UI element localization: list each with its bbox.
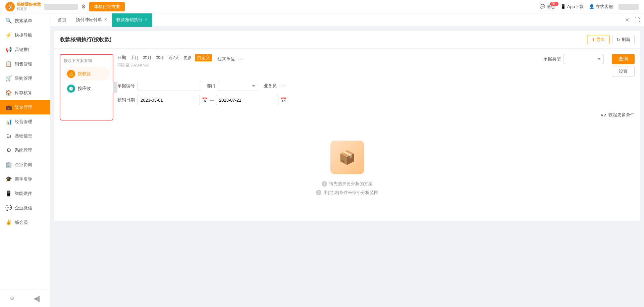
filter-sidebar-title: 按以下方案查询 (64, 58, 109, 64)
sidebar-item-inventory[interactable]: 🏠 库存核算 (0, 86, 50, 100)
sidebar-item-guide[interactable]: 🎓 新手引导 (0, 172, 50, 186)
business-icon: 📊 (5, 118, 12, 125)
service-label: 在线客服 (596, 4, 613, 10)
settings-gear-icon[interactable]: ⚙ (81, 3, 86, 10)
sidebar-item-basic-info[interactable]: 🗂 基础信息 (0, 129, 50, 143)
user-avatar[interactable] (619, 4, 639, 10)
export-icon: ⬆ (591, 37, 595, 42)
top-bar-left: 🐰 畅捷通好生意 标准版 ⚙ 体验行业方案 (5, 2, 125, 11)
tab-collection-close[interactable]: ✕ (145, 17, 148, 22)
filter-option-receipt[interactable]: 💰 按收款 (64, 67, 109, 81)
date-last-month[interactable]: 上月 (129, 54, 140, 61)
receivable-icon: 🕐 (67, 85, 75, 93)
calendar-start-icon[interactable]: 📅 (202, 97, 208, 103)
collapse-conditions-label: 收起更多条件 (608, 112, 635, 118)
settings-bottom-btn[interactable]: ⚙ (7, 293, 17, 304)
sidebar: 🔍 搜索菜单 ⚡ 快捷导航 📢 营销推广 📋 销售管理 🛒 采购管理 🏠 库存核… (0, 13, 50, 307)
sidebar-item-hardware[interactable]: 📱 智能硬件 (0, 186, 50, 201)
tab-expand-btn[interactable]: ⛶ (633, 16, 641, 24)
page-area: 收款核销执行(按收款) ⬆ 导出 ↻ 刷新 按以 (50, 27, 644, 307)
filter-layout: 按以下方案查询 💰 按收款 🕐 按应收 ‹ (60, 54, 635, 120)
sidebar-label-hardware: 智能硬件 (15, 191, 32, 197)
filter-form: 日期 上月 本月 本年 近7天 更多 自定义 (117, 54, 635, 120)
filter-sidebar: 按以下方案查询 💰 按收款 🕐 按应收 ‹ (60, 54, 113, 120)
refresh-icon: ↻ (616, 37, 620, 42)
date-7days[interactable]: 近7天 (167, 54, 181, 61)
collapse-conditions-btn[interactable]: ∧∧ 收起更多条件 (600, 109, 635, 120)
tab-prepay-close[interactable]: ✕ (104, 17, 107, 22)
dept-field: 部门 (207, 81, 258, 91)
sidebar-item-wechat[interactable]: 💬 企业微信 (0, 201, 50, 215)
verify-date-start-input[interactable] (138, 95, 200, 105)
sidebar-item-marketing[interactable]: 📢 营销推广 (0, 42, 50, 57)
hardware-icon: 📱 (5, 190, 12, 197)
sidebar-label-business: 经营管理 (15, 119, 32, 125)
filter-option-receivable[interactable]: 🕐 按应收 (64, 82, 109, 95)
sidebar-label-guide: 新手引导 (15, 176, 32, 182)
filter-sidebar-collapse-btn[interactable]: ‹ (113, 82, 117, 93)
sidebar-label-vip: 畅会员 (15, 219, 28, 225)
empty-illustration-icon: 📦 (339, 150, 356, 165)
tab-home[interactable]: 首页 (53, 13, 71, 27)
calendar-end-icon[interactable]: 📅 (280, 97, 286, 103)
top-bar: 🐰 畅捷通好生意 标准版 ⚙ 体验行业方案 💬 消息 99+ 📱 App下载 👤… (0, 0, 644, 13)
doc-no-input[interactable] (138, 81, 201, 91)
date-custom[interactable]: 自定义 (195, 54, 212, 61)
empty-hint-1: 1 请先选择要分析的方案 (322, 181, 373, 187)
hint-num-2: 2 (316, 190, 321, 195)
filter-option-receivable-label: 按应收 (78, 86, 91, 92)
refresh-btn[interactable]: ↻ 刷新 (612, 35, 635, 44)
content-card: 按以下方案查询 💰 按收款 🕐 按应收 ‹ (54, 49, 640, 221)
logo-name: 畅捷通好生意 (17, 2, 41, 7)
service-icon: 👤 (589, 4, 594, 9)
date-more[interactable]: 更多 (182, 54, 194, 61)
tab-collection[interactable]: 收款核销执行 ✕ (112, 13, 152, 27)
app-download-btn[interactable]: 📱 App下载 (560, 4, 584, 10)
empty-hint-1-text: 请先选择要分析的方案 (329, 181, 373, 187)
sidebar-bottom: ⚙ ◀‖ (0, 290, 50, 307)
verify-date-range: 📅 — 📅 (138, 95, 286, 105)
staff-dots-btn[interactable]: ··· (279, 83, 286, 89)
sidebar-item-business[interactable]: 📊 经营管理 (0, 114, 50, 129)
sidebar-item-sales[interactable]: 📋 销售管理 (0, 57, 50, 71)
app-download-label: App下载 (567, 4, 584, 10)
query-btn[interactable]: 查询 (612, 54, 635, 64)
doc-type-select[interactable] (564, 54, 604, 64)
staff-label: 业务员 (264, 83, 277, 89)
settings-form-btn[interactable]: 设置 (612, 66, 635, 77)
empty-hint-2: 2 用[过滤]条件来缩小分析范围 (316, 190, 378, 196)
sidebar-item-system[interactable]: ⚙ 系统管理 (0, 143, 50, 157)
page-header-actions: ⬆ 导出 ↻ 刷新 (587, 35, 635, 44)
dept-select[interactable] (218, 81, 258, 91)
collapse-sidebar-btn[interactable]: ◀‖ (31, 293, 43, 304)
sidebar-item-vip[interactable]: ✌ 畅会员 (0, 215, 50, 229)
user-info-blurred (44, 4, 78, 10)
purchase-icon: 🛒 (5, 75, 12, 82)
online-service-btn[interactable]: 👤 在线客服 (589, 4, 613, 10)
logo-icon: 🐰 (5, 2, 15, 11)
sidebar-item-finance[interactable]: 💼 资金管理 (0, 100, 50, 114)
sales-icon: 📋 (5, 61, 12, 67)
marketing-icon: 📢 (5, 46, 12, 53)
verify-date-end-input[interactable] (216, 95, 278, 105)
sidebar-item-search[interactable]: 🔍 搜索菜单 (0, 13, 50, 28)
counterpart-dots-btn[interactable]: ··· (237, 56, 244, 62)
app-icon: 📱 (560, 4, 566, 9)
date-range-separator: — (210, 98, 214, 103)
quick-nav-icon: ⚡ (5, 32, 12, 38)
date-this-month[interactable]: 本月 (142, 54, 153, 61)
sidebar-item-purchase[interactable]: 🛒 采购管理 (0, 71, 50, 86)
staff-field: 业务员 ··· (264, 83, 286, 89)
sidebar-item-enterprise[interactable]: 🏢 企业协同 (0, 157, 50, 172)
sidebar-label-sales: 销售管理 (15, 61, 32, 67)
tab-close-all-btn[interactable]: ✕ (624, 15, 631, 24)
tab-prepay[interactable]: 预付冲应付单 ✕ (71, 13, 112, 27)
hint-num-1: 1 (322, 181, 327, 187)
message-btn[interactable]: 💬 消息 99+ (540, 4, 555, 10)
export-btn[interactable]: ⬆ 导出 (587, 35, 609, 44)
industry-btn[interactable]: 体验行业方案 (89, 2, 125, 11)
app-logo: 🐰 畅捷通好生意 标准版 (5, 2, 41, 11)
date-this-year[interactable]: 本年 (154, 54, 166, 61)
sidebar-item-quick-nav[interactable]: ⚡ 快捷导航 (0, 28, 50, 42)
page-header: 收款核销执行(按收款) ⬆ 导出 ↻ 刷新 (54, 31, 640, 49)
